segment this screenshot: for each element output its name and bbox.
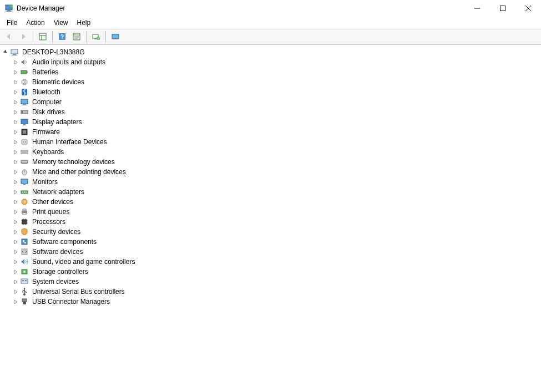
svg-point-87 — [22, 291, 23, 292]
expander-closed-icon[interactable] — [11, 88, 20, 96]
expander-closed-icon[interactable] — [11, 138, 20, 146]
app-icon — [4, 4, 13, 13]
tree-category-row[interactable]: Batteries — [1, 67, 541, 77]
svg-point-42 — [23, 141, 24, 142]
svg-text:?: ? — [60, 34, 64, 40]
tree-category-row[interactable]: Print queues — [1, 207, 541, 217]
svg-rect-66 — [22, 220, 27, 224]
svg-rect-2 — [6, 11, 12, 12]
expander-closed-icon[interactable] — [11, 68, 20, 77]
tree-category-row[interactable]: Storage controllers — [1, 267, 541, 277]
tree-category-row[interactable]: Universal Serial Bus controllers — [1, 287, 541, 297]
expander-closed-icon[interactable] — [11, 118, 20, 126]
expander-closed-icon[interactable] — [11, 128, 20, 136]
add-legacy-hardware-button[interactable] — [109, 30, 122, 43]
svg-point-59 — [24, 192, 25, 193]
tree-category-label: Storage controllers — [31, 267, 89, 277]
expander-closed-icon[interactable] — [11, 267, 20, 276]
expander-closed-icon[interactable] — [11, 167, 20, 176]
tree-category-row[interactable]: Biometric devices — [1, 77, 541, 87]
expander-closed-icon[interactable] — [11, 147, 20, 156]
menu-help[interactable]: Help — [73, 18, 95, 28]
help-button[interactable]: ? — [55, 30, 69, 43]
close-button[interactable] — [515, 0, 541, 17]
expander-closed-icon[interactable] — [11, 257, 20, 266]
processor-icon — [20, 217, 29, 226]
expander-closed-icon[interactable] — [11, 108, 20, 116]
tree-category-row[interactable]: ?Other devices — [1, 197, 541, 207]
svg-rect-88 — [26, 292, 27, 293]
tree-category-label: Keyboards — [31, 147, 65, 157]
tree-category-row[interactable]: System devices — [1, 277, 541, 287]
tree-category-row[interactable]: Mice and other pointing devices — [1, 167, 541, 177]
menu-view[interactable]: View — [49, 18, 73, 28]
expander-closed-icon[interactable] — [11, 197, 20, 206]
tree-category-row[interactable]: Disk drives — [1, 107, 541, 117]
svg-point-80 — [23, 271, 26, 273]
toolbar-separator — [105, 31, 106, 42]
tree-category-row[interactable]: Processors — [1, 217, 541, 227]
tree-category-row[interactable]: Sound, video and game controllers — [1, 257, 541, 267]
toolbar: ? — [0, 29, 541, 44]
expander-closed-icon[interactable] — [11, 217, 20, 226]
expander-closed-icon[interactable] — [11, 187, 20, 196]
expander-closed-icon[interactable] — [11, 58, 20, 67]
svg-point-58 — [22, 192, 23, 193]
tree-category-row[interactable]: Network adapters — [1, 187, 541, 197]
back-button[interactable] — [2, 30, 16, 43]
tree-category-label: Other devices — [31, 197, 74, 207]
tree-category-row[interactable]: Keyboards — [1, 147, 541, 157]
expander-closed-icon[interactable] — [11, 287, 20, 296]
tree-category-row[interactable]: Display adapters — [1, 117, 541, 127]
usb-connector-icon — [20, 297, 29, 306]
expander-closed-icon[interactable] — [11, 227, 20, 236]
expander-closed-icon[interactable] — [11, 78, 20, 86]
tree-category-row[interactable]: Memory technology devices — [1, 157, 541, 167]
tree-category-row[interactable]: Bluetooth — [1, 87, 541, 97]
network-icon — [20, 187, 29, 196]
expander-closed-icon[interactable] — [11, 207, 20, 216]
software-comp-icon — [20, 237, 29, 246]
tree-category-row[interactable]: Audio inputs and outputs — [1, 57, 541, 67]
svg-rect-82 — [22, 280, 24, 281]
sound-icon — [20, 257, 29, 266]
tree-category-row[interactable]: Monitors — [1, 177, 541, 187]
properties-button[interactable] — [70, 30, 83, 43]
svg-rect-36 — [22, 111, 23, 113]
expander-closed-icon[interactable] — [11, 297, 20, 306]
forward-button[interactable] — [17, 30, 30, 43]
biometric-icon — [20, 78, 29, 86]
svg-rect-56 — [23, 184, 26, 185]
svg-rect-90 — [23, 302, 26, 304]
menu-action[interactable]: Action — [22, 18, 49, 28]
scan-hardware-button[interactable] — [89, 30, 103, 43]
expander-closed-icon[interactable] — [11, 277, 20, 286]
speaker-icon — [20, 58, 29, 67]
tree-category-row[interactable]: Software devices — [1, 247, 541, 257]
tree-category-row[interactable]: Human Interface Devices — [1, 137, 541, 147]
show-hide-console-tree-button[interactable] — [36, 30, 49, 43]
tree-category-label: Bluetooth — [31, 87, 62, 97]
expander-closed-icon[interactable] — [11, 98, 20, 106]
tree-category-row[interactable]: Computer — [1, 97, 541, 107]
svg-rect-1 — [7, 10, 11, 11]
maximize-button[interactable] — [490, 0, 515, 17]
tree-category-label: Processors — [31, 217, 67, 227]
tree-category-row[interactable]: Security devices — [1, 227, 541, 237]
expander-closed-icon[interactable] — [11, 237, 20, 246]
svg-point-30 — [24, 82, 25, 83]
tree-category-row[interactable]: USB Connector Managers — [1, 297, 541, 307]
minimize-button[interactable] — [464, 0, 490, 17]
expander-closed-icon[interactable] — [11, 157, 20, 166]
menu-file[interactable]: File — [2, 18, 22, 28]
expander-open-icon[interactable] — [1, 48, 10, 57]
tree-category-label: System devices — [31, 277, 80, 287]
window-title: Device Manager — [17, 4, 65, 12]
svg-rect-41 — [22, 140, 27, 144]
tree-category-row[interactable]: Firmware — [1, 127, 541, 137]
expander-closed-icon[interactable] — [11, 177, 20, 186]
tree-root-row[interactable]: DESKTOP-L3N388G — [1, 47, 541, 57]
tree-category-row[interactable]: Software components — [1, 237, 541, 247]
tree-category-label: Audio inputs and outputs — [31, 57, 107, 67]
expander-closed-icon[interactable] — [11, 247, 20, 256]
